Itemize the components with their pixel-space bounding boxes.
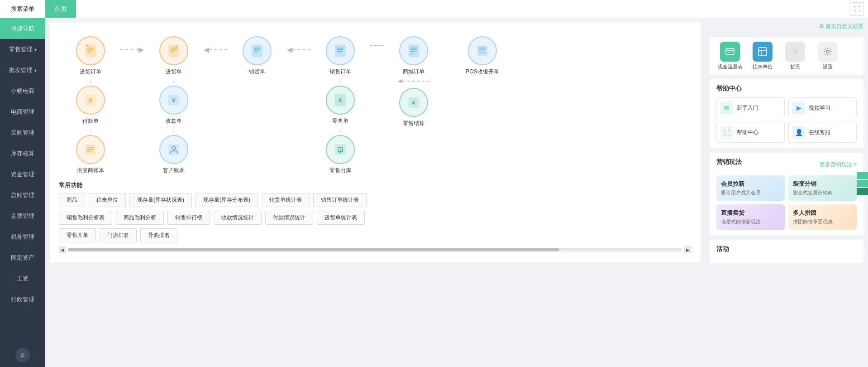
func-buttons-row2: 销售毛利分析表 商品毛利分析 销售排行榜 收款情况统计 付款情况统计 进货单统计… bbox=[59, 211, 692, 225]
node-supplier-account[interactable]: 供应商账本 bbox=[63, 135, 118, 174]
sidebar-item-finance[interactable]: 资金管理 bbox=[0, 164, 45, 185]
horizontal-scrollbar[interactable]: ◀ ▶ bbox=[59, 246, 692, 253]
func-btn-stock-dist[interactable]: 现存量(库存分布表) bbox=[196, 193, 258, 207]
node-purchase-bill[interactable]: 进货单 bbox=[147, 36, 201, 76]
quick-icon-settings[interactable]: 设置 bbox=[814, 42, 841, 70]
node-label: 销货单 bbox=[249, 68, 265, 76]
supplier-icon bbox=[76, 135, 105, 164]
sidebar-item-xiaochang[interactable]: 小畅电商 bbox=[0, 81, 45, 101]
arrow-left-1: ◀ bbox=[201, 45, 230, 54]
func-btn-goods[interactable]: 商品 bbox=[59, 193, 85, 207]
quick-icon-label: 暂无 bbox=[790, 63, 800, 70]
marketing-item-live[interactable]: 直播卖货 场景式购物新玩法 bbox=[716, 204, 785, 230]
node-customer-account[interactable]: 客户账本 bbox=[147, 135, 201, 174]
right-panel: ⚙ 首页自定义设置 现金流量表 往来单位 暂 暂无 bbox=[705, 18, 868, 367]
marketing-item-groupbuy[interactable]: 多人拼团 拼团购物享受优惠 bbox=[788, 204, 857, 230]
help-item-online-service[interactable]: 👤 在线客服 bbox=[788, 122, 857, 143]
node-sales-order[interactable]: 销售订单 bbox=[313, 36, 367, 76]
sidebar-item-tax[interactable]: 税务管理 bbox=[0, 227, 45, 247]
node-pos[interactable]: POS收银开单 bbox=[455, 36, 510, 76]
arrow-left-2: ◀ bbox=[284, 45, 313, 54]
sidebar-item-salary[interactable]: 工资 bbox=[0, 268, 45, 289]
node-receipt[interactable]: ¥ 收款单 bbox=[147, 86, 201, 125]
node-retail-outkugo[interactable]: 零售出库 bbox=[313, 135, 367, 174]
func-buttons: 商品 往来单位 现存量(库存状况表) 现存量(库存分布表) 销货单统计表 销售订… bbox=[59, 193, 692, 207]
sidebar-item-label: 电商管理 bbox=[11, 108, 34, 116]
sidebar-item-invoice[interactable]: 发票管理 bbox=[0, 206, 45, 227]
node-label: 收款单 bbox=[166, 117, 182, 125]
settings-gear-button[interactable]: ⚙ bbox=[15, 348, 30, 362]
sidebar-item-wholesale[interactable]: 批发管理 ▾ bbox=[0, 60, 45, 81]
func-btn-purchase-stat[interactable]: 进货单统计表 bbox=[317, 211, 365, 225]
scroll-left-button[interactable]: ◀ bbox=[59, 246, 66, 253]
func-btn-sales-stat[interactable]: 销货单统计表 bbox=[262, 193, 310, 207]
svg-rect-40 bbox=[479, 47, 486, 51]
func-btn-order-stat[interactable]: 销售订单统计表 bbox=[313, 193, 367, 207]
side-float-service[interactable]: 客服热线 bbox=[857, 172, 868, 179]
sidebar-item-ecommerce[interactable]: 电商管理 bbox=[0, 101, 45, 122]
help-item-helpcenter[interactable]: 📄 帮助中心 bbox=[716, 122, 785, 143]
partner-icon bbox=[753, 42, 773, 62]
node-label: 零售单 bbox=[332, 117, 348, 125]
svg-rect-22 bbox=[335, 45, 345, 57]
quick-icon-none[interactable]: 暂 暂无 bbox=[782, 42, 809, 70]
node-payment[interactable]: ¥ 付款单 bbox=[63, 86, 118, 125]
customer-icon bbox=[159, 135, 188, 164]
func-btn-guide-rank[interactable]: 导购排名 bbox=[140, 228, 177, 242]
func-btn-stock-status[interactable]: 现存量(库存状况表) bbox=[129, 193, 192, 207]
func-btn-receipt-stat[interactable]: 收款情况统计 bbox=[214, 211, 262, 225]
func-btn-payment-stat[interactable]: 付款情况统计 bbox=[265, 211, 313, 225]
func-btn-gross-analysis[interactable]: 销售毛利分析表 bbox=[59, 211, 112, 225]
help-item-video[interactable]: ▶ 视频学习 bbox=[788, 97, 857, 118]
marketing-item-fission[interactable]: 裂变分销 裂变式发展分销商 bbox=[788, 175, 857, 201]
node-label: 零售结算 bbox=[403, 120, 424, 127]
quick-icon-cashflow[interactable]: 现金流量表 bbox=[716, 42, 744, 70]
node-purchase-order[interactable]: 进货订单 bbox=[63, 36, 118, 76]
side-float-community[interactable]: 服务社区 bbox=[857, 180, 868, 187]
func-btn-goods-gross[interactable]: 商品毛利分析 bbox=[116, 211, 164, 225]
sales-bill-icon bbox=[243, 36, 272, 65]
down-arrow-6: ↓ bbox=[339, 126, 342, 134]
node-mall-order[interactable]: 商城订单 bbox=[386, 36, 441, 76]
quick-icon-partner[interactable]: 往来单位 bbox=[749, 42, 776, 70]
sidebar-item-ledger[interactable]: 总账管理 bbox=[0, 185, 45, 206]
marketing-item-member[interactable]: 会员拉新 吸引用户成为会员 bbox=[716, 175, 785, 201]
chevron-down-icon: ▾ bbox=[34, 68, 37, 73]
search-menu-button[interactable]: 搜索菜单 bbox=[0, 0, 45, 18]
marketing-title: 营销玩法 bbox=[716, 158, 742, 166]
svg-rect-42 bbox=[482, 52, 483, 53]
func-btn-sales-rank[interactable]: 销售排行榜 bbox=[167, 211, 210, 225]
arrow-left-retail: ◀ bbox=[398, 77, 429, 84]
col-5: 商城订单 ◀ ¥ 零售结算 bbox=[386, 36, 441, 127]
scroll-track[interactable] bbox=[68, 248, 682, 251]
sidebar-item-label: 零售管理 bbox=[9, 45, 33, 53]
marketing-item-title: 直播卖货 bbox=[721, 209, 780, 217]
settings-icon bbox=[818, 42, 838, 62]
sidebar-item-purchase[interactable]: 采购管理 bbox=[0, 122, 45, 143]
marketing-more-link[interactable]: 更多营销玩法 > bbox=[820, 161, 857, 169]
node-label: 进货订单 bbox=[80, 68, 101, 76]
node-label: 供应商账本 bbox=[77, 167, 104, 174]
sidebar-item-inventory[interactable]: 库存核算 bbox=[0, 143, 45, 164]
func-btn-store-rank[interactable]: 门店排名 bbox=[100, 228, 137, 242]
help-item-beginner[interactable]: ✉ 新手入门 bbox=[716, 97, 785, 118]
payment-icon: ¥ bbox=[76, 86, 105, 115]
node-retail-settle[interactable]: ¥ 零售结算 bbox=[386, 88, 441, 127]
sidebar-item-retail[interactable]: 零售管理 ▾ bbox=[0, 39, 45, 60]
node-sales-bill[interactable]: 销货单 bbox=[230, 36, 284, 76]
helpcenter-icon: 📄 bbox=[720, 126, 733, 139]
side-float-desktop[interactable]: 桌面快捷 bbox=[857, 188, 868, 195]
fullscreen-button[interactable]: ⛶ bbox=[850, 2, 863, 16]
node-label: 零售出库 bbox=[329, 167, 351, 174]
sidebar-item-admin[interactable]: 行政管理 bbox=[0, 289, 45, 310]
func-btn-partner[interactable]: 往来单位 bbox=[89, 193, 126, 207]
sidebar-item-fixedassets[interactable]: 固定资产 bbox=[0, 247, 45, 268]
scroll-right-button[interactable]: ▶ bbox=[684, 246, 692, 253]
sidebar-item-label: 快捷导航 bbox=[11, 24, 34, 33]
home-customize-link[interactable]: ⚙ 首页自定义设置 bbox=[710, 23, 863, 30]
help-label: 新手入门 bbox=[737, 104, 758, 112]
node-retail-bill[interactable]: ¥ 零售单 bbox=[313, 86, 367, 125]
sidebar-item-quicknav[interactable]: 快捷导航 bbox=[0, 18, 45, 39]
func-btn-retail-order[interactable]: 零售开单 bbox=[59, 228, 96, 242]
tab-home[interactable]: 首页 bbox=[45, 0, 76, 18]
